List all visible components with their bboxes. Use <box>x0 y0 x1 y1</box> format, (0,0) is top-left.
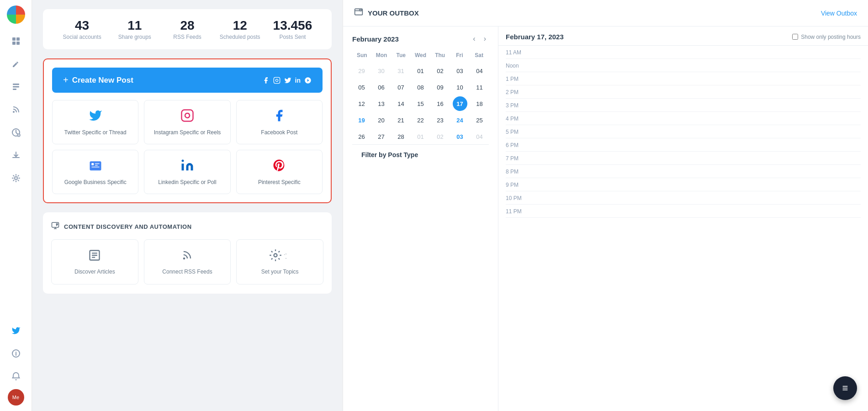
sidebar-item-download[interactable] <box>6 145 26 165</box>
time-slot-label: 1 PM <box>506 75 529 82</box>
calendar-day[interactable]: 26 <box>355 129 369 144</box>
posting-hours-checkbox[interactable] <box>792 34 798 40</box>
sidebar-item-schedule[interactable] <box>6 122 26 142</box>
post-type-twitter[interactable]: Twitter Specific or Thread <box>52 100 138 144</box>
calendar-day[interactable]: 02 <box>433 129 448 144</box>
calendar-prev-button[interactable]: ‹ <box>470 34 478 44</box>
time-slot-label: 2 PM <box>506 88 529 95</box>
calendar-day[interactable]: 11 <box>472 80 487 95</box>
calendar-day[interactable]: 08 <box>413 80 428 95</box>
time-panel-date: February 17, 2023 <box>506 33 564 41</box>
create-post-label: Create New Post <box>72 76 133 85</box>
day-header-sat: Sat <box>469 50 489 60</box>
calendar-day[interactable]: 13 <box>374 96 389 111</box>
post-type-google[interactable]: Google Business Specific <box>52 150 138 194</box>
calendar-day[interactable]: 04 <box>472 63 487 78</box>
time-slot: 8 PM <box>506 165 861 178</box>
post-type-pinterest[interactable]: Pinterest Specific <box>236 150 323 194</box>
sidebar-item-info[interactable] <box>6 343 26 364</box>
sidebar-item-settings[interactable] <box>6 168 26 188</box>
sidebar-item-twitter[interactable] <box>6 321 26 341</box>
svg-rect-1 <box>16 37 20 41</box>
posting-hours-label[interactable]: Show only posting hours <box>801 34 861 40</box>
calendar-day[interactable]: 05 <box>355 80 369 95</box>
calendar-day[interactable]: 25 <box>472 113 487 127</box>
calendar-day[interactable]: 27 <box>374 129 389 144</box>
calendar-day[interactable]: 09 <box>433 80 448 95</box>
time-slot: Noon <box>506 59 861 72</box>
time-slot-label: 11 PM <box>506 207 529 215</box>
sidebar-item-posts[interactable] <box>6 77 26 97</box>
stat-share-groups-label: Share groups <box>108 34 161 40</box>
discovery-item-topics[interactable]: Set your Topics <box>236 239 323 285</box>
calendar-day[interactable]: 04 <box>472 129 487 144</box>
sidebar-item-compose[interactable] <box>6 54 26 74</box>
discovery-item-rss[interactable]: Connect RSS Feeds <box>144 239 231 285</box>
calendar-next-button[interactable]: › <box>481 34 489 44</box>
calendar-day[interactable]: 01 <box>413 63 428 78</box>
calendar-days: 2930310102030405060708091011121314151617… <box>352 63 489 144</box>
stat-share-groups-number: 11 <box>108 18 161 33</box>
post-type-facebook[interactable]: Facebook Post <box>236 100 323 144</box>
post-type-google-label: Google Business Specific <box>64 179 127 185</box>
content-discovery-card: CONTENT DISCOVERY AND AUTOMATION Discove… <box>43 212 332 294</box>
calendar-day[interactable]: 16 <box>433 96 448 111</box>
app-logo[interactable] <box>7 5 25 24</box>
day-header-tue: Tue <box>391 50 411 60</box>
calendar-day[interactable]: 06 <box>374 80 389 95</box>
calendar-day[interactable]: 03 <box>453 129 467 144</box>
calendar-day[interactable]: 28 <box>394 129 408 144</box>
calendar-day[interactable]: 03 <box>453 63 467 78</box>
svg-rect-5 <box>13 86 19 88</box>
instagram-icon <box>180 109 194 126</box>
time-slot: 3 PM <box>506 99 861 112</box>
fab-button[interactable]: ≡ <box>833 376 857 400</box>
calendar-day[interactable]: 22 <box>413 113 428 127</box>
stat-scheduled-posts: 12 Scheduled posts <box>214 18 266 40</box>
calendar-day[interactable]: 17 <box>453 96 467 111</box>
calendar-day[interactable]: 19 <box>355 113 369 127</box>
day-header-sun: Sun <box>352 50 372 60</box>
calendar-day[interactable]: 21 <box>394 113 408 127</box>
sidebar-item-bell[interactable] <box>6 366 26 386</box>
calendar-day[interactable]: 29 <box>355 63 369 78</box>
calendar-day[interactable]: 02 <box>433 63 448 78</box>
calendar-day[interactable]: 23 <box>433 113 448 127</box>
show-posting-hours-toggle: Show only posting hours <box>792 34 861 40</box>
post-type-linkedin[interactable]: Linkedin Specific or Poll <box>144 150 230 194</box>
calendar-day[interactable]: 18 <box>472 96 487 111</box>
svg-point-26 <box>274 254 277 257</box>
calendar-day[interactable]: 30 <box>374 63 389 78</box>
time-slot-label: 11 AM <box>506 48 529 56</box>
svg-rect-19 <box>95 163 99 164</box>
time-slot-label: 3 PM <box>506 101 529 109</box>
create-new-post-button[interactable]: + Create New Post in <box>52 68 323 93</box>
calendar-day[interactable]: 20 <box>374 113 389 127</box>
time-slot: 1 PM <box>506 72 861 85</box>
calendar-day[interactable]: 24 <box>453 113 467 127</box>
sidebar-item-rss[interactable] <box>6 100 26 120</box>
connect-rss-icon <box>181 249 194 265</box>
time-slot-label: 4 PM <box>506 115 529 122</box>
calendar-day[interactable]: 10 <box>453 80 467 95</box>
time-slot-label: Noon <box>506 62 529 69</box>
post-type-instagram[interactable]: Instagram Specific or Reels <box>144 100 230 144</box>
svg-point-25 <box>183 258 185 260</box>
time-slot: 10 PM <box>506 191 861 205</box>
calendar-day[interactable]: 07 <box>394 80 408 95</box>
calendar-day[interactable]: 01 <box>413 129 428 144</box>
time-slot: 4 PM <box>506 112 861 125</box>
calendar-day[interactable]: 15 <box>413 96 428 111</box>
view-outbox-link[interactable]: View Outbox <box>821 10 857 17</box>
calendar-day-headers: Sun Mon Tue Wed Thu Fri Sat <box>352 50 489 60</box>
calendar-day[interactable]: 12 <box>355 96 369 111</box>
calendar-day[interactable]: 14 <box>394 96 408 111</box>
time-slot: 11 AM <box>506 46 861 59</box>
content-discovery-icon <box>51 221 59 232</box>
calendar-day[interactable]: 31 <box>394 63 408 78</box>
stat-posts-sent: 13.456 Posts Sent <box>266 18 319 40</box>
sidebar-item-dashboard[interactable] <box>6 31 26 51</box>
discovery-item-articles[interactable]: Discover Articles <box>51 239 138 285</box>
user-avatar[interactable]: Me <box>8 389 24 406</box>
content-discovery-title: CONTENT DISCOVERY AND AUTOMATION <box>51 221 323 232</box>
